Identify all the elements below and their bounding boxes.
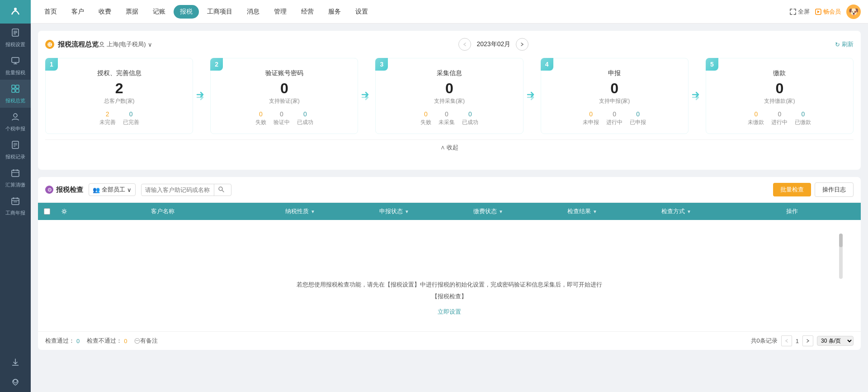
nav-service[interactable]: 服务 xyxy=(322,5,347,19)
step-3-num: 3 xyxy=(375,58,388,71)
collapse-bar[interactable]: ∧ 收起 xyxy=(45,139,854,155)
collapse-icon: ∧ xyxy=(440,144,445,151)
svg-rect-18 xyxy=(12,170,19,177)
filter-icon[interactable]: ▼ xyxy=(405,209,409,214)
nav-accounting[interactable]: 记账 xyxy=(146,5,172,19)
step-4-title: 申报 xyxy=(548,69,681,77)
filter-icon[interactable]: ▼ xyxy=(687,209,691,214)
stat-item: 0 失败 xyxy=(420,110,431,126)
th-name-text: 客户名称 xyxy=(151,207,175,215)
total-records: 共0条记录 xyxy=(751,337,778,345)
next-page-btn[interactable] xyxy=(802,335,813,346)
sidebar-item-tax-records[interactable]: 报税记录 xyxy=(0,136,31,164)
play-icon xyxy=(815,9,821,15)
pass-stat: 检查通过： 0 xyxy=(45,337,80,345)
setup-link[interactable]: 立即设置 xyxy=(438,306,461,318)
stat-item: 0 未采集 xyxy=(439,110,455,126)
sidebar-item-personal-tax[interactable]: 个税申报 xyxy=(0,108,31,136)
step-arrow-1 xyxy=(193,89,210,103)
sidebar-bottom xyxy=(0,353,31,392)
sidebar-item-label: 批量报税 xyxy=(5,69,25,76)
step-3-count: 0 xyxy=(383,81,515,96)
sidebar-item-label: 报税总览 xyxy=(5,97,25,104)
sidebar-item-annual-report[interactable]: 工商年报 xyxy=(0,192,31,220)
pass-count-link[interactable]: 0 xyxy=(76,338,80,344)
svg-point-0 xyxy=(9,5,22,18)
step-5-count: 0 xyxy=(713,81,846,96)
stat-val: 2 xyxy=(99,110,116,118)
nav-manage[interactable]: 管理 xyxy=(268,5,293,19)
flow-step-1: 1 授权、完善信息 2 总客户数(家) 2 未完善 0 已完善 xyxy=(45,58,193,134)
operation-log-btn[interactable]: 操作日志 xyxy=(815,182,854,197)
nav-invoice[interactable]: 票据 xyxy=(119,5,145,19)
sidebar-item-tax-overview[interactable]: 报税总览 xyxy=(0,80,31,108)
topnav-right: 全屏 畅会员 🐶 xyxy=(790,5,861,19)
stat-item: 0 已成功 xyxy=(462,110,478,126)
th-checkbox[interactable] xyxy=(38,203,56,220)
flow-step-3: 3 采集信息 0 支持采集(家) 0 失败 0 未采集 xyxy=(375,58,523,134)
sidebar-item-tax-settings[interactable]: 报税设置 xyxy=(0,24,31,52)
svg-rect-9 xyxy=(12,85,15,88)
stat-val-normal: 0 xyxy=(274,110,290,118)
nav-operation[interactable]: 经营 xyxy=(295,5,320,19)
nav-tax[interactable]: 报税 xyxy=(174,5,199,19)
page-size-select[interactable]: 30 条/页 50 条/页 100 条/页 xyxy=(817,336,854,346)
sidebar-item-label: 报税记录 xyxy=(5,153,25,160)
search-icon xyxy=(218,186,224,192)
stat-item: 0 已缴款 xyxy=(795,110,811,126)
svg-point-31 xyxy=(100,42,103,45)
stat-item: 0 失败 xyxy=(255,110,266,126)
th-declare-text: 申报状态 xyxy=(379,207,403,215)
refresh-btn[interactable]: ↻ 刷新 xyxy=(835,40,854,48)
step-5-title: 缴款 xyxy=(713,69,846,77)
table-container: 客户名称 纳税性质 ▼ 申报状态 ▼ 缴费状态 ▼ 检查 xyxy=(38,203,861,331)
location-icon xyxy=(11,377,20,388)
fullscreen-btn[interactable]: 全屏 xyxy=(790,8,810,16)
batch-check-btn[interactable]: 批量检查 xyxy=(773,183,811,196)
nav-client[interactable]: 客户 xyxy=(65,5,90,19)
step-3-subtitle: 支持采集(家) xyxy=(383,97,515,105)
search-input[interactable] xyxy=(142,185,214,195)
nav-fee[interactable]: 收费 xyxy=(92,5,118,19)
member-btn[interactable]: 畅会员 xyxy=(815,8,841,16)
sidebar-item-annual-settlement[interactable]: 汇算清缴 xyxy=(0,164,31,192)
flow-title-icon: ⊕ xyxy=(45,40,54,49)
step-1-title: 授权、完善信息 xyxy=(53,69,185,77)
user-avatar[interactable]: 🐶 xyxy=(846,5,861,19)
prev-month-btn[interactable] xyxy=(458,38,471,51)
employee-filter[interactable]: 👥 全部员工 ∨ xyxy=(89,183,136,196)
empty-hint-text: 若您想使用报税检查功能，请先在【报税设置】中进行报税的初始化设置，完成密码验证和… xyxy=(291,279,608,302)
search-button[interactable] xyxy=(214,184,228,196)
th-gear[interactable] xyxy=(56,203,72,220)
nav-settings[interactable]: 设置 xyxy=(349,5,374,19)
nav-business[interactable]: 工商项目 xyxy=(201,5,239,19)
location-text: 上海(电子税局) xyxy=(107,40,146,48)
location-badge[interactable]: 上海(电子税局) ∨ xyxy=(99,40,152,48)
member-label: 畅会员 xyxy=(823,8,841,16)
stat-item: 0 进行中 xyxy=(606,110,623,126)
nav-home[interactable]: 首页 xyxy=(38,5,63,19)
sidebar-item-location[interactable] xyxy=(0,373,31,392)
sidebar-item-download[interactable] xyxy=(0,353,31,373)
filter-icon[interactable]: ▼ xyxy=(499,209,503,214)
nav-message[interactable]: 消息 xyxy=(241,5,266,19)
personal-tax-icon xyxy=(11,112,20,124)
note-stat: ㊀有备注 xyxy=(134,337,158,345)
filter-icon[interactable]: ▼ xyxy=(311,209,315,214)
pass-label: 检查通过： xyxy=(45,337,75,345)
check-header: ⊙ 报税检查 👥 全部员工 ∨ xyxy=(38,177,861,203)
sidebar-item-batch-tax[interactable]: 批量报税 xyxy=(0,52,31,80)
app-logo[interactable] xyxy=(0,0,31,24)
fullscreen-label: 全屏 xyxy=(798,8,810,16)
step-5-subtitle: 支持缴款(家) xyxy=(713,97,846,105)
chevron-right-icon xyxy=(520,42,524,47)
fail-stat: 检查不通过： 0 xyxy=(87,337,127,345)
filter-icon[interactable]: ▼ xyxy=(593,209,597,214)
header-checkbox[interactable] xyxy=(44,208,50,215)
first-page-btn[interactable] xyxy=(781,335,792,346)
fail-count-link[interactable]: 0 xyxy=(124,338,127,344)
table-footer: 检查通过： 0 检查不通过： 0 ㊀有备注 共0条记录 xyxy=(38,331,861,350)
stat-val: 0 xyxy=(748,110,764,118)
next-month-btn[interactable] xyxy=(516,38,528,51)
batch-tax-icon xyxy=(11,56,20,67)
